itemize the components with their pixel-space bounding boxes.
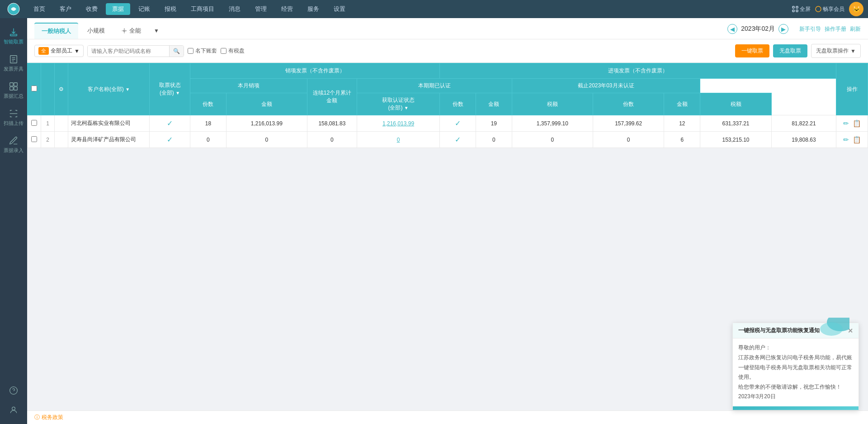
row1-edit-icon[interactable]: ✏ [843,119,849,128]
col-uncert-tax-header: 税额 [700,93,772,115]
cert-filter-icon[interactable]: ▼ [404,105,409,110]
nav-home[interactable]: 首页 [27,3,52,15]
col-uncert-count-header: 份数 [593,93,664,115]
row1-checkbox[interactable] [28,115,41,132]
svg-rect-4 [796,10,798,12]
settings-icon[interactable]: ⚙ [59,86,64,92]
svg-point-5 [816,6,821,12]
tax-disk-checkbox[interactable]: 有税盘 [221,47,245,55]
sidebar-item-scan[interactable]: 扫描上传 [0,104,27,131]
sidebar-label-summary: 票据汇总 [4,93,24,100]
svg-rect-6 [10,34,17,36]
tax-disk-checkbox-input[interactable] [221,48,226,54]
sidebar-item-smart-ticket[interactable]: 智能取票 [0,23,27,50]
nav-business[interactable]: 工商项目 [184,3,221,15]
nav-service[interactable]: 服务 [301,3,326,15]
sidebar-item-invoice-open[interactable]: 发票开具 [0,50,27,77]
user-avatar[interactable]: 🐱 [849,2,863,16]
svg-point-13 [10,387,18,395]
row2-index: 2 [41,132,55,148]
under-account-checkbox[interactable]: 名下账套 [188,47,217,55]
nav-manage[interactable]: 管理 [249,3,273,15]
tab-more-btn[interactable]: ▼ [150,26,163,36]
popup-body: 尊敬的用户： 江苏政务网已恢复访问电子税务局功能，易代账一键登陆电子税务局与无盘… [733,338,859,406]
svg-rect-1 [793,6,794,8]
row1-settings [55,115,68,132]
sidebar-bottom [5,382,22,424]
popup-header: 一键报税与无盘取票功能恢复通知 ✕ [733,323,859,338]
row2-cert-status: ✓ [440,132,476,148]
row1-cumulative-link[interactable]: 1,216,013.99 [382,120,414,127]
col-name-header[interactable]: 客户名称(全部) ▼ [68,63,150,115]
tab-small-scale[interactable]: 小规模 [80,23,112,38]
row2-cumulative-link[interactable]: 0 [397,137,400,143]
row2-edit-icon[interactable]: ✏ [843,136,849,144]
row2-uncert-amount: 153,215.10 [700,132,772,148]
no-disk-op-btn[interactable]: 无盘取票操作 ▼ [811,44,861,58]
under-account-label: 名下账套 [195,47,217,55]
employee-dropdown-icon: ▼ [74,48,80,54]
main-table: ⚙ 客户名称(全部) ▼ 取票状态(全部) ▼ 销项发票（不含作废票） 进项发票… [27,63,868,148]
row2-checkbox[interactable] [28,132,41,148]
search-input[interactable] [88,46,169,57]
name-filter-icon[interactable]: ▼ [125,87,130,92]
row2-status-icon: ✓ [167,136,173,143]
popup-close-btn[interactable]: ✕ [848,327,853,334]
table-row: 1 河北柯磊栋实业有限公司 ✓ 18 1,216,013.99 158,081.… [28,115,868,132]
row1-cumulative[interactable]: 1,216,013.99 [357,115,439,132]
col-cert-status-header[interactable]: 获取认证状态(全部) ▼ [357,93,439,115]
sidebar-item-summary[interactable]: 票据汇总 [0,77,27,104]
new-guide-btn[interactable]: 新手引导 [799,25,821,33]
member-btn[interactable]: 畅享会员 [815,5,844,13]
tax-policy-link[interactable]: 税务政策 [42,414,63,421]
nav-business2[interactable]: 经营 [275,3,299,15]
nav-invoice[interactable]: 票据 [106,3,130,15]
tax-policy-icon: ⓘ [34,414,40,421]
tax-disk-label: 有税盘 [228,47,245,55]
tab-general-taxpayer[interactable]: 一般纳税人 [34,23,78,39]
employee-select[interactable]: 全 全部员工 ▼ [34,45,84,57]
row1-uncert-count: 12 [664,115,700,132]
nav-settings[interactable]: 设置 [327,3,352,15]
row1-cert-status: ✓ [440,115,476,132]
tab-small-label: 小规模 [87,27,105,35]
top-right-actions: 全屏 畅享会员 🐱 [792,2,863,16]
under-account-checkbox-input[interactable] [188,48,193,54]
fullscreen-btn[interactable]: 全屏 [792,5,811,13]
nav-tax[interactable]: 报税 [158,3,183,15]
row1-uncert-tax: 81,822.21 [771,115,836,132]
nav-customer[interactable]: 客户 [53,3,78,15]
col-cert-count-header: 份数 [440,93,476,115]
prev-month-btn[interactable]: ◀ [727,24,737,34]
row1-cert-icon: ✓ [455,119,461,127]
row2-cert-icon: ✓ [455,136,461,143]
nav-accounting[interactable]: 记账 [132,3,156,15]
next-month-btn[interactable]: ▶ [778,24,788,34]
manual-btn[interactable]: 操作手册 [825,25,846,33]
one-key-btn[interactable]: 一键取票 [735,44,769,57]
tab-all[interactable]: 全能 [114,23,148,38]
row1-cert-tax: 157,399.62 [593,115,664,132]
select-all-checkbox[interactable] [31,86,37,91]
table-row: 2 灵寿县尚泽矿产品有限公司 ✓ 0 0 0 0 ✓ 0 0 0 6 153,2… [28,132,868,148]
svg-rect-3 [793,10,794,12]
row2-cumulative[interactable]: 0 [357,132,439,148]
nav-fee[interactable]: 收费 [80,3,104,15]
dropdown-arrow-icon: ▼ [850,48,856,54]
row2-copy-icon[interactable]: 📋 [853,136,861,144]
row2-cert-count: 0 [476,132,512,148]
no-disk-btn[interactable]: 无盘取票 [773,44,807,57]
sidebar: 智能取票 发票开具 票据汇总 扫描上传 票据录入 [0,18,27,424]
sidebar-item-entry[interactable]: 票据录入 [0,131,27,158]
status-filter-icon[interactable]: ▼ [175,91,180,95]
row1-cert-count: 19 [476,115,512,132]
refresh-btn[interactable]: 刷新 [850,25,861,33]
nav-message[interactable]: 消息 [222,3,247,15]
row1-copy-icon[interactable]: 📋 [853,119,861,128]
row1-status-icon: ✓ [167,119,173,127]
search-button[interactable]: 🔍 [169,46,184,57]
col-status-header[interactable]: 取票状态(全部) ▼ [150,63,190,115]
sidebar-user[interactable] [5,402,22,419]
row2-sales-count: 0 [190,132,226,148]
sidebar-help[interactable] [5,382,22,400]
